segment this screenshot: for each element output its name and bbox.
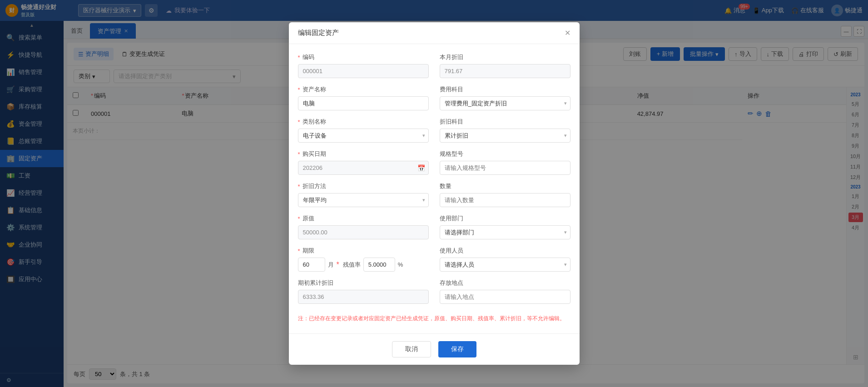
- expense-subject-select-wrapper: 管理费用_固定资产折旧 ▾: [440, 96, 570, 110]
- save-button[interactable]: 保存: [438, 341, 476, 357]
- initial-acc-dep-input: [298, 290, 429, 304]
- asset-name-input[interactable]: [298, 96, 429, 110]
- dep-method-label: * 折旧方法: [298, 182, 429, 190]
- dep-subject-select[interactable]: 累计折旧: [440, 129, 570, 143]
- period-label: * 期限: [298, 247, 429, 255]
- user-label: 使用人员: [440, 247, 570, 255]
- asset-name-label: * 资产名称: [298, 85, 429, 94]
- residual-rate-input[interactable]: [363, 258, 395, 272]
- location-input[interactable]: [440, 290, 570, 304]
- form-group-asset-name: * 资产名称: [298, 85, 429, 110]
- form-group-location: 存放地点: [440, 279, 570, 304]
- form-group-monthly-dep: 本月折旧: [440, 53, 570, 78]
- modal-title: 编辑固定资产: [298, 29, 339, 37]
- modal-header: 编辑固定资产 ✕: [289, 22, 580, 44]
- modal-note: 注：已经存在变更记录或者对应固定资产已经生成凭证，原值、购买日期、残值率、累计折…: [298, 311, 570, 324]
- cancel-button[interactable]: 取消: [392, 341, 431, 357]
- original-value-label: * 原值: [298, 214, 429, 223]
- modal-close-button[interactable]: ✕: [565, 29, 570, 37]
- category-select-wrapper: 电子设备 ▾: [298, 129, 429, 143]
- purchase-date-label: * 购买日期: [298, 150, 429, 158]
- form-group-purchase-date: * 购买日期 📅: [298, 150, 429, 175]
- code-input[interactable]: [298, 64, 429, 78]
- form-group-dept: 使用部门 请选择部门 ▾: [440, 214, 570, 239]
- form-group-user: 使用人员 请选择人员 ▾: [440, 247, 570, 272]
- form-group-code: * 编码: [298, 53, 429, 78]
- residual-rate-label: 残值率: [343, 261, 361, 269]
- monthly-dep-input: [440, 64, 570, 78]
- form-group-spec-model: 规格型号: [440, 150, 570, 175]
- dept-select[interactable]: 请选择部门: [440, 225, 570, 239]
- form-group-dep-method: * 折旧方法 年限平均 ▾: [298, 182, 429, 207]
- expense-subject-select[interactable]: 管理费用_固定资产折旧: [440, 96, 570, 110]
- dep-method-select[interactable]: 年限平均: [298, 193, 429, 207]
- modal-body: * 编码 本月折旧 * 资产名称 费用科目: [289, 44, 580, 333]
- form-group-original-value: * 原值: [298, 214, 429, 239]
- period-residual-row: 月 * 残值率 %: [298, 258, 429, 272]
- form-group-quantity: 数量: [440, 182, 570, 207]
- form-group-dep-subject: 折旧科目 累计折旧 ▾: [440, 118, 570, 143]
- dep-method-select-wrapper: 年限平均 ▾: [298, 193, 429, 207]
- dep-subject-label: 折旧科目: [440, 118, 570, 126]
- form-group-initial-acc-dep: 期初累计折旧: [298, 279, 429, 304]
- quantity-label: 数量: [440, 182, 570, 190]
- calendar-icon[interactable]: 📅: [417, 164, 425, 172]
- expense-subject-label: 费用科目: [440, 85, 570, 94]
- form-group-expense-subject: 费用科目 管理费用_固定资产折旧 ▾: [440, 85, 570, 110]
- modal-footer: 取消 保存: [289, 333, 580, 365]
- user-select-wrapper: 请选择人员 ▾: [440, 258, 570, 272]
- monthly-dep-label: 本月折旧: [440, 53, 570, 61]
- modal-overlay: 编辑固定资产 ✕ * 编码 本月折旧 * 资产名称: [0, 0, 868, 387]
- category-label: * 类别名称: [298, 118, 429, 126]
- spec-model-input[interactable]: [440, 161, 570, 175]
- form-group-category: * 类别名称 电子设备 ▾: [298, 118, 429, 143]
- residual-rate-unit: %: [398, 261, 403, 268]
- dept-select-wrapper: 请选择部门 ▾: [440, 225, 570, 239]
- dep-subject-select-wrapper: 累计折旧 ▾: [440, 129, 570, 143]
- spec-model-label: 规格型号: [440, 150, 570, 158]
- location-label: 存放地点: [440, 279, 570, 287]
- code-label: * 编码: [298, 53, 429, 61]
- quantity-input[interactable]: [440, 193, 570, 207]
- user-select[interactable]: 请选择人员: [440, 258, 570, 272]
- form-group-period: * 期限 月 * 残值率 %: [298, 247, 429, 272]
- period-unit: 月: [328, 261, 334, 269]
- dept-label: 使用部门: [440, 214, 570, 223]
- purchase-date-wrapper: 📅: [298, 161, 429, 175]
- original-value-input: [298, 225, 429, 239]
- initial-acc-dep-label: 期初累计折旧: [298, 279, 429, 287]
- category-select[interactable]: 电子设备: [298, 129, 429, 143]
- purchase-date-input[interactable]: [298, 161, 429, 175]
- period-input[interactable]: [298, 258, 325, 272]
- edit-asset-modal: 编辑固定资产 ✕ * 编码 本月折旧 * 资产名称: [289, 22, 580, 365]
